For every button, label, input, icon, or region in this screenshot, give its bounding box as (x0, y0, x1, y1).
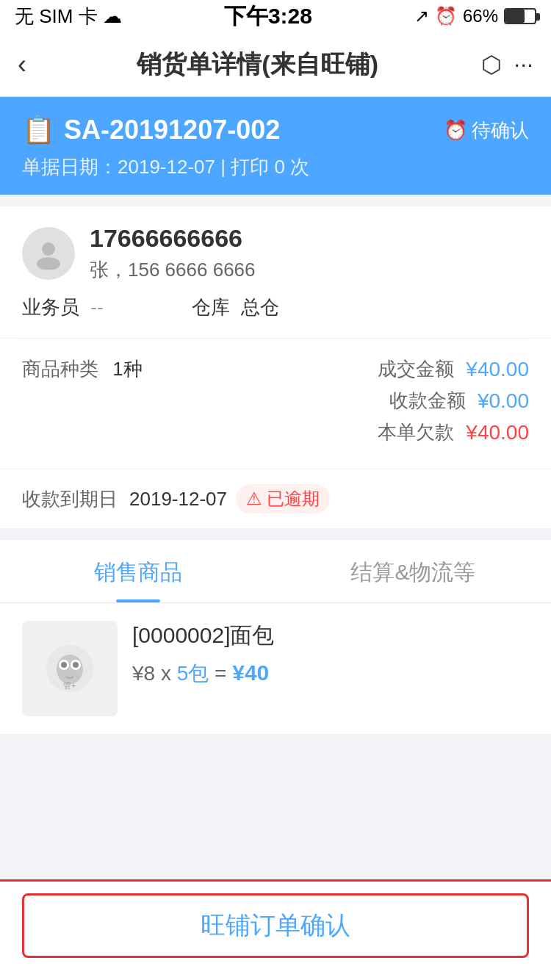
salesperson-field: 业务员 -- (22, 295, 104, 320)
status-icon: ⏰ (444, 119, 467, 142)
location-icon: ↗ (414, 6, 429, 26)
avatar (22, 227, 75, 280)
svg-point-0 (42, 242, 55, 256)
product-types-value: 1种 (112, 358, 142, 380)
product-qty: 5包 (177, 662, 209, 685)
financial-left: 商品种类 1种 (22, 356, 143, 382)
overdue-icon: ⚠ (246, 489, 262, 509)
customer-meta: 业务员 -- 仓库 总仓 (22, 295, 529, 320)
price-formula: ¥8 x (132, 662, 171, 685)
customer-row: 17666666666 张，156 6666 6666 (22, 224, 529, 283)
more-icon[interactable]: ··· (514, 51, 533, 78)
due-date-value: 2019-12-07 (129, 488, 227, 511)
order-icon: 📋 (22, 115, 55, 145)
battery-icon (504, 8, 536, 24)
balance-row: 本单欠款 ¥40.00 (378, 419, 529, 445)
customer-phone: 17666666666 (90, 224, 529, 253)
status-text: 待确认 (472, 118, 529, 143)
order-status: ⏰ 待确认 (444, 118, 529, 143)
bottom-button-wrap: 旺铺订单确认 (0, 879, 551, 980)
nav-actions: ⬡ ··· (481, 51, 533, 79)
svg-text:管+: 管+ (63, 681, 76, 690)
svg-point-3 (57, 655, 83, 684)
svg-point-1 (37, 257, 60, 270)
alarm-icon: ⏰ (435, 6, 457, 26)
order-date: 单据日期：2019-12-07 | 打印 0 次 (22, 154, 529, 180)
customer-name: 张，156 6666 6666 (90, 257, 529, 283)
salesperson-value: -- (90, 296, 103, 318)
transaction-value: ¥40.00 (466, 358, 529, 381)
financial-right: 成交金额 ¥40.00 收款金额 ¥0.00 本单欠款 ¥40.00 (378, 356, 529, 451)
financial-section: 商品种类 1种 成交金额 ¥40.00 收款金额 ¥0.00 本单欠款 ¥40.… (0, 339, 551, 469)
tabs-section: 销售商品 结算&物流等 (0, 540, 551, 603)
status-right: ↗ ⏰ 66% (414, 6, 536, 26)
product-total: ¥40 (232, 660, 269, 685)
order-id: 📋 SA-20191207-002 (22, 115, 280, 145)
salesperson-label: 业务员 (22, 296, 79, 318)
payment-row: 收款金额 ¥0.00 (378, 388, 529, 414)
svg-point-6 (61, 662, 67, 668)
overdue-text: 已逾期 (267, 487, 320, 511)
back-button[interactable]: ‹ (10, 42, 34, 87)
warehouse-field: 仓库 总仓 (192, 295, 279, 320)
customer-section: 17666666666 张，156 6666 6666 业务员 -- 仓库 总仓 (0, 206, 551, 338)
product-name: [0000002]面包 (132, 621, 529, 651)
page-title: 销货单详情(来自旺铺) (34, 48, 481, 82)
bottom-spacer (0, 734, 551, 851)
nav-bar: ‹ 销货单详情(来自旺铺) ⬡ ··· (0, 32, 551, 97)
payment-label: 收款金额 (389, 388, 466, 414)
warehouse-value: 总仓 (241, 296, 279, 318)
warehouse-label: 仓库 (192, 296, 230, 318)
transaction-label: 成交金额 (378, 356, 454, 382)
product-image: 管+ (22, 621, 118, 716)
product-item: 管+ [0000002]面包 ¥8 x 5包 = ¥40 (0, 603, 551, 734)
tab-products[interactable]: 销售商品 (0, 540, 276, 602)
equals-sign: = (215, 662, 232, 685)
product-info: [0000002]面包 ¥8 x 5包 = ¥40 (132, 621, 529, 716)
due-date-label: 收款到期日 (22, 486, 118, 512)
status-bar: 无 SIM 卡 ☁ 下午3:28 ↗ ⏰ 66% (0, 0, 551, 32)
svg-point-7 (73, 662, 79, 668)
due-date-section: 收款到期日 2019-12-07 ⚠ 已逾期 (0, 469, 551, 528)
share-icon[interactable]: ⬡ (481, 51, 502, 79)
confirm-order-button[interactable]: 旺铺订单确认 (22, 893, 529, 958)
status-left: 无 SIM 卡 ☁ (15, 4, 122, 29)
status-time: 下午3:28 (224, 1, 312, 32)
order-header: 📋 SA-20191207-002 ⏰ 待确认 单据日期：2019-12-07 … (0, 97, 551, 195)
payment-value: ¥0.00 (478, 389, 529, 413)
overdue-badge: ⚠ 已逾期 (236, 484, 330, 514)
order-id-row: 📋 SA-20191207-002 ⏰ 待确认 (22, 115, 529, 145)
balance-value: ¥40.00 (466, 421, 529, 444)
sim-wifi-text: 无 SIM 卡 ☁ (15, 4, 122, 29)
transaction-row: 成交金额 ¥40.00 (378, 356, 529, 382)
customer-info: 17666666666 张，156 6666 6666 (90, 224, 529, 283)
balance-label: 本单欠款 (378, 419, 454, 445)
product-price: ¥8 x 5包 = ¥40 (132, 660, 529, 688)
product-types-label: 商品种类 (22, 358, 98, 380)
tab-settlement[interactable]: 结算&物流等 (276, 540, 551, 602)
battery-text: 66% (463, 6, 498, 26)
